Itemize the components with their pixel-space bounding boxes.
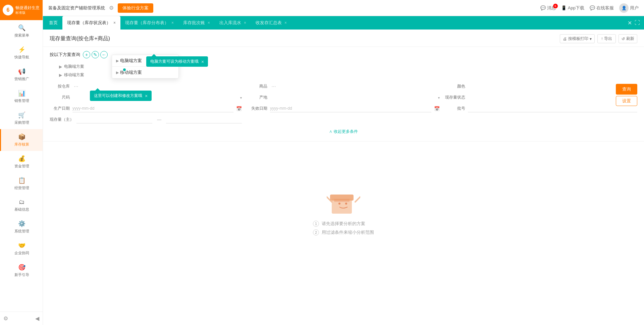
filter-row-3: 生产日期 📅 失效日期 📅 批号 <box>50 105 637 112</box>
sidebar-item-marketing[interactable]: 📢 营销推广 <box>0 64 43 86</box>
sidebar-item-inventory[interactable]: 📦 库存核算 <box>0 129 43 151</box>
step-num-2: 2 <box>313 229 319 235</box>
produce-date-label: 生产日期 <box>50 106 70 111</box>
tooltip-text: 电脑方案可设为移动方案哦 <box>150 59 199 64</box>
tab-label: 现存量（库存分布表） <box>125 20 169 26</box>
warehouse-filter-cell: 按仓库 ··· <box>50 84 242 90</box>
print-arrow-icon: ▾ <box>590 37 592 41</box>
product-dots[interactable]: ··· <box>270 84 277 90</box>
tab-inventory-status[interactable]: 现存量（库存状况表） × <box>62 16 120 30</box>
produce-date-input[interactable] <box>72 105 233 112</box>
sidebar-item-system[interactable]: ⚙️ 系统管理 <box>0 216 43 238</box>
tab-batch-ledger[interactable]: 库存批次账 × <box>178 16 215 30</box>
scheme-sub-label: 电脑端方案 <box>64 64 84 69</box>
reset-button[interactable]: 设置 <box>616 96 637 106</box>
sidebar-bottom: ⚙ ◀ <box>0 312 43 325</box>
sidebar-item-sales[interactable]: 📊 销售管理 <box>0 86 43 107</box>
filter-row-1: 按仓库 ··· 商品 ··· 颜色 <box>50 83 637 90</box>
collapse-icon: ∧ <box>329 129 332 134</box>
search-buttons: 查询 设置 <box>616 84 637 106</box>
warehouse-dots[interactable]: ··· <box>72 84 79 90</box>
tab-recv-summary[interactable]: 收发存汇总表 × <box>251 16 291 30</box>
message-button[interactable]: 💬 消息 6 <box>540 5 556 11</box>
create-tooltip-close-button[interactable]: × <box>145 93 148 99</box>
tab-close-icon[interactable]: × <box>208 20 210 25</box>
calendar-icon[interactable]: 📅 <box>434 106 440 111</box>
collapse-bar[interactable]: ∧ 收起更多条件 <box>50 126 637 137</box>
logo-text: 畅捷通好生意 标准版 <box>15 5 40 15</box>
content-area: 现存量查询(按仓库+商品) 🖨 按模板打印 ▾ ↑ 导出 ↺ 刷新 <box>43 30 644 325</box>
step-label-1: 请先选择要分析的方案 <box>322 221 365 227</box>
warehouse-label: 按仓库 <box>50 84 70 89</box>
refresh-button[interactable]: ↺ 刷新 <box>619 34 637 43</box>
topbar-right: 💬 消息 6 📱 App下载 💬 在线客服 👤 用户 <box>540 3 639 13</box>
collapse-label: 收起更多条件 <box>334 129 358 134</box>
tab-home[interactable]: 首页 <box>44 20 62 26</box>
scheme-sub-label: 移动端方案 <box>64 72 84 78</box>
search-button[interactable]: 查询 <box>616 84 637 95</box>
sidebar-item-guide[interactable]: 🎯 新手引导 <box>0 260 43 281</box>
arrow-right-icon: ▶ <box>116 59 119 63</box>
produce-date-filter-cell: 生产日期 📅 <box>50 105 242 112</box>
industry-plan-button[interactable]: 体验行业方案 <box>118 3 153 13</box>
product-filter-cell: 商品 ··· <box>247 84 439 90</box>
tab-close-icon[interactable]: × <box>284 20 287 25</box>
sidebar-item-search[interactable]: 🔍 搜索菜单 <box>0 20 43 42</box>
basic-icon: 🗂 <box>19 199 25 206</box>
stock-main-input[interactable] <box>76 116 152 123</box>
empty-illustration <box>327 182 360 215</box>
expand-icon[interactable]: ⛶ <box>635 20 640 26</box>
sidebar-item-ops[interactable]: 📋 经营管理 <box>0 173 43 195</box>
sidebar-item-basic[interactable]: 🗂 基础信息 <box>0 195 43 216</box>
tab-close-icon[interactable]: × <box>113 20 116 25</box>
page-title: 现存量查询(按仓库+商品) <box>50 35 110 42</box>
sidebar-item-finance[interactable]: 💰 资金管理 <box>0 151 43 173</box>
expire-date-input[interactable] <box>270 105 431 112</box>
tooltip-close-button[interactable]: × <box>201 59 204 64</box>
message-count: 6 <box>553 4 558 8</box>
back-scheme-button[interactable]: ← <box>100 51 108 58</box>
collapse-sidebar-button[interactable]: ◀ <box>35 315 39 322</box>
empty-state: 1 请先选择要分析的方案 2 用过滤条件来缩小分析范围 <box>43 155 644 262</box>
add-scheme-button[interactable]: + <box>83 51 90 58</box>
settings-button[interactable]: ⚙ <box>3 315 8 322</box>
edit-scheme-button[interactable]: ✎ <box>92 51 99 58</box>
scheme-panel-item-mobile[interactable]: ▶ 移动端方案 <box>112 67 178 78</box>
sidebar-item-label: 企业协同 <box>14 251 29 256</box>
sidebar-item-coop[interactable]: 🤝 企业协同 <box>0 238 43 260</box>
empty-step-1: 1 请先选择要分析的方案 <box>313 221 365 227</box>
svg-point-3 <box>338 203 340 205</box>
sidebar-item-label: 系统管理 <box>14 229 29 234</box>
tab-close-icon[interactable]: × <box>244 20 246 25</box>
tab-close-icon[interactable]: × <box>171 20 174 25</box>
stock-status-filter-cell: 现存量状态 <box>445 94 637 101</box>
close-all-tabs-icon[interactable]: ✕ <box>628 20 632 26</box>
tab-inventory-dist[interactable]: 现存量（库存分布表） × <box>120 16 178 30</box>
batch-input[interactable] <box>468 105 637 112</box>
system-icon: ⚙️ <box>18 220 25 227</box>
sidebar-item-label: 采购管理 <box>14 120 29 125</box>
calendar-icon[interactable]: 📅 <box>236 106 242 111</box>
support-button[interactable]: 💬 在线客服 <box>590 5 614 11</box>
scheme-tooltip: 电脑方案可设为移动方案哦 × <box>146 56 208 67</box>
export-button[interactable]: ↑ 导出 <box>597 34 616 43</box>
finance-icon: 💰 <box>18 155 25 162</box>
sidebar-item-label: 新手引导 <box>14 272 29 277</box>
tab-label: 库存批次账 <box>183 20 205 26</box>
color-filter-cell: 颜色 <box>445 83 637 90</box>
app-download-button[interactable]: 📱 App下载 <box>561 5 584 11</box>
expand-arrow-icon: ▶ <box>59 73 62 77</box>
tab-inout-flow[interactable]: 出入库流水 × <box>215 16 251 30</box>
content-header: 现存量查询(按仓库+商品) 🖨 按模板打印 ▾ ↑ 导出 ↺ 刷新 <box>43 30 644 47</box>
sidebar-item-label: 库存核算 <box>14 142 29 147</box>
sidebar-item-quick[interactable]: ⚡ 快捷导航 <box>0 42 43 64</box>
origin-label: 产地 <box>247 95 267 100</box>
gear-icon[interactable]: ⚙ <box>109 5 114 11</box>
print-button[interactable]: 🖨 按模板打印 ▾ <box>560 34 595 43</box>
size-label: 尺码 <box>50 95 70 100</box>
stock-main-input-max[interactable] <box>166 116 242 123</box>
export-label: 导出 <box>604 36 612 41</box>
ops-icon: 📋 <box>18 177 25 184</box>
sidebar-item-purchase[interactable]: 🛒 采购管理 <box>0 107 43 129</box>
user-button[interactable]: 👤 用户 <box>619 3 639 13</box>
